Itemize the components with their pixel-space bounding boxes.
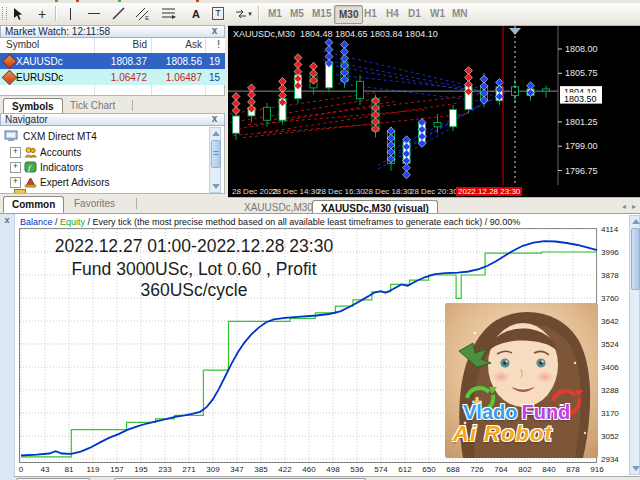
close-icon[interactable]: x: [209, 26, 220, 37]
timeframe-w1[interactable]: W1: [426, 5, 449, 22]
tester-scrollbar[interactable]: [629, 215, 640, 475]
fibonacci-icon[interactable]: [158, 4, 178, 23]
navigator-item-expert-advisors[interactable]: + Expert Advisors: [10, 175, 109, 189]
symbol-icon: [2, 70, 18, 86]
y-axis-label: 3052: [601, 432, 619, 441]
text-label-icon[interactable]: T: [208, 4, 228, 23]
ask-value: 1.06487: [152, 72, 202, 83]
vertical-line-icon[interactable]: [60, 4, 80, 23]
vlado-fund-badge: + - VladoFund Ai Robot: [445, 303, 598, 458]
expand-icon[interactable]: +: [10, 177, 21, 188]
market-watch-panel: Market Watch: 12:11:58 x Symbol Bid Ask …: [0, 25, 225, 113]
market-watch-titlebar[interactable]: Market Watch: 12:11:58 x: [0, 25, 225, 38]
time-label: 28 Dec 14:30: [272, 187, 320, 196]
timeframe-mn[interactable]: MN: [448, 5, 472, 22]
chart-ohlc-title: XAUUSDc,M30 1804.48 1804.65 1803.84 1804…: [233, 29, 438, 39]
col-ask: Ask: [152, 39, 202, 50]
scrollbar-thumb[interactable]: [211, 140, 221, 168]
chart-time-axis: 28 Dec 202228 Dec 14:3028 Dec 16:3028 De…: [228, 185, 640, 197]
x-axis-label: 498: [320, 465, 346, 474]
scroll-down-icon[interactable]: [212, 184, 220, 189]
bid-value: 1808.37: [95, 56, 147, 67]
equidistant-channel-icon[interactable]: E: [132, 4, 152, 23]
tab-common[interactable]: Common: [3, 196, 64, 213]
navigator-tabstrip: Common Favorites: [0, 193, 225, 214]
timeframe-m1[interactable]: M1: [264, 5, 286, 22]
x-axis-label: 802: [512, 465, 538, 474]
cursor-icon[interactable]: [8, 4, 28, 23]
tester-graph-legend: Balance / Equity / Every tick (the most …: [20, 217, 520, 227]
timeframe-d1[interactable]: D1: [404, 5, 425, 22]
y-axis-label: 3170: [601, 409, 619, 418]
scroll-down-icon[interactable]: [632, 466, 640, 471]
timeframe-m5[interactable]: M5: [286, 5, 308, 22]
timeframe-h4[interactable]: H4: [382, 5, 403, 22]
indicators-icon: f: [24, 161, 37, 173]
x-axis-label: 650: [416, 465, 442, 474]
timeframe-m15[interactable]: M15: [308, 5, 335, 22]
text-icon[interactable]: A: [186, 4, 206, 23]
y-axis-label: 3524: [601, 340, 619, 349]
navigator-root[interactable]: CXM Direct MT4: [4, 129, 97, 143]
accounts-icon: [24, 146, 37, 158]
navigator-item-indicators[interactable]: + f Indicators: [10, 160, 83, 174]
price-chart[interactable]: 1808.001805.751801.251799.001796.751804.…: [228, 26, 640, 185]
crosshair-icon[interactable]: +: [32, 4, 52, 23]
y-axis-label: 4114: [601, 225, 618, 234]
x-axis-label: 840: [536, 465, 562, 474]
y-axis-label: 3406: [601, 363, 619, 372]
navigator-titlebar[interactable]: Navigator x: [0, 113, 225, 126]
legend-balance: Balance: [20, 217, 53, 227]
toolbar-grip[interactable]: [2, 7, 7, 20]
navigator-scrollbar[interactable]: [209, 127, 221, 193]
y-axis-label: 3642: [601, 317, 619, 326]
timeframe-h1[interactable]: H1: [360, 5, 381, 22]
expand-icon[interactable]: +: [10, 147, 21, 158]
close-icon[interactable]: x: [2, 216, 12, 226]
drawing-toolbar: + E A T ▾ M1M5M15M30H1H4D1W1MN: [0, 3, 640, 26]
x-axis-label: 916: [584, 465, 610, 474]
close-icon[interactable]: x: [209, 114, 220, 125]
highlighted-time-label: 2022.12.28 23:30: [456, 187, 522, 196]
market-watch-row-xauusd[interactable]: XAUUSDc 1808.37 1808.56 19: [0, 53, 225, 69]
tab-scroll-right-icon[interactable]: ▸: [632, 202, 636, 211]
svg-text:1803.50: 1803.50: [564, 94, 597, 104]
chart-tabstrip: XAUUSDc,M30 XAUUSDc,M30 (visual) ◂ ▸: [228, 197, 640, 214]
tab-favorites[interactable]: Favorites: [66, 196, 123, 211]
symbol-name: XAUUSDc: [16, 56, 63, 67]
x-axis-label: 460: [296, 465, 322, 474]
x-axis-label: 157: [104, 465, 130, 474]
y-axis-label: 3288: [601, 386, 619, 395]
market-watch-row-eurusd[interactable]: EURUSDc 1.06472 1.06487 15: [0, 69, 225, 85]
horizontal-line-icon[interactable]: [84, 4, 104, 23]
x-axis-label: 195: [128, 465, 154, 474]
tree-item-label: Accounts: [40, 147, 81, 158]
bid-value: 1.06472: [95, 72, 147, 83]
y-axis-label: 3996: [601, 248, 619, 257]
x-axis-label: 271: [176, 465, 202, 474]
col-symbol: Symbol: [6, 39, 39, 50]
svg-text:1799.00: 1799.00: [565, 141, 598, 151]
symbol-name: EURUSDc: [16, 72, 63, 83]
x-axis-label: 688: [440, 465, 466, 474]
scroll-up-icon[interactable]: [212, 131, 220, 136]
x-axis-label: 43: [32, 465, 58, 474]
navigator-root-label: CXM Direct MT4: [23, 131, 97, 142]
cycle-arrows-icon[interactable]: ▾: [230, 4, 256, 23]
spread-value: 15: [206, 72, 220, 83]
tab-scroll-left-icon[interactable]: ◂: [622, 202, 626, 211]
x-axis-label: 385: [248, 465, 274, 474]
x-axis-label: 81: [56, 465, 82, 474]
navigator-item-accounts[interactable]: + Accounts: [10, 145, 81, 159]
expert-advisors-icon: [24, 176, 37, 188]
expand-icon[interactable]: +: [10, 162, 21, 173]
x-axis-label: 233: [152, 465, 178, 474]
scrollbar-thumb[interactable]: [631, 228, 640, 290]
x-axis-label: 422: [272, 465, 298, 474]
tester-overlay-dates: 2022.12.27 01:00-2022.12.28 23:30: [18, 236, 370, 257]
time-label: 28 Dec 16:30: [317, 187, 365, 196]
col-bid: Bid: [95, 39, 147, 50]
tab-tick-chart[interactable]: Tick Chart: [62, 98, 123, 113]
scroll-up-icon[interactable]: [632, 219, 640, 224]
trendline-icon[interactable]: [108, 4, 128, 23]
